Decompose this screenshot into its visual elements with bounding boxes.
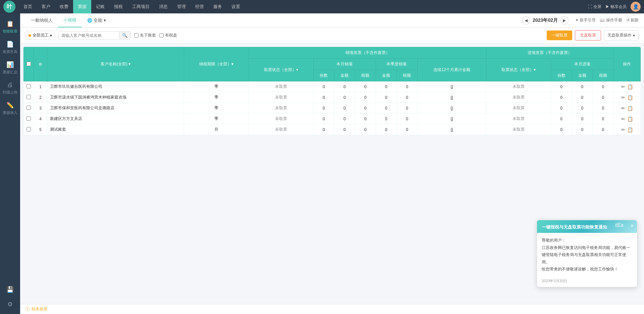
tab-all[interactable]: 🌐 全能 ▾ <box>82 13 111 27</box>
row-checkbox[interactable] <box>26 95 31 99</box>
notification-close-btn[interactable]: × <box>631 223 634 229</box>
sidebar-item-smart-invoice[interactable]: 📋 智能取票 <box>0 17 20 37</box>
nav-invoice[interactable]: 票据 <box>73 0 91 13</box>
nav-operation[interactable]: 经营 <box>191 0 209 13</box>
row-sales-cumulative-cell[interactable]: 0 <box>418 92 486 103</box>
notif-line3: 给您带来的不便敬请谅解，祝您工作愉快！ <box>542 266 632 273</box>
row-checkbox[interactable] <box>26 116 31 121</box>
filter-dot <box>29 34 31 37</box>
row-sales-month-amount-cell: 0 <box>334 81 355 92</box>
row-checkbox[interactable] <box>26 106 31 110</box>
sidebar-item-label: 智能取票 <box>3 29 17 34</box>
row-period-cell: 季 <box>184 81 249 92</box>
invoice-entry-icon: ✏️ <box>6 102 14 109</box>
row-sales-season-amount-cell: 0 <box>376 114 396 124</box>
sidebar-download-btn[interactable]: 💾 <box>6 283 14 296</box>
row-no-cell: 5 <box>34 124 47 135</box>
nav-right: ⛶ 全屏 ▶ 畅享会员 👤 <box>588 2 641 12</box>
smart-invoice-icon: 📋 <box>6 20 14 27</box>
fullscreen-btn[interactable]: ⛶ 全屏 <box>588 4 601 10</box>
app-logo: 叶 <box>3 1 15 13</box>
row-purchase-month-amount-cell: 0 <box>572 81 593 92</box>
sidebar-item-invoice-entry[interactable]: ✏️ 票据录入 <box>0 98 20 119</box>
next-month-btn[interactable]: ▶ <box>560 16 569 24</box>
employee-filter-label: 全部员工 <box>33 33 49 38</box>
notification-deco: tEa <box>615 222 624 228</box>
row-sales-season-tax-cell: 0 <box>396 124 417 135</box>
no-disk-btn[interactable]: 无盘取票 <box>575 30 601 41</box>
employee-filter[interactable]: 全部员工 ▾ <box>25 31 55 40</box>
nav-business[interactable]: 工商项目 <box>127 0 154 13</box>
sidebar-bottom: 💾 ⚙ <box>6 283 14 314</box>
row-sales-cumulative-cell[interactable]: 0 <box>418 124 486 135</box>
vip-btn[interactable]: ▶ 畅享会员 <box>605 4 627 10</box>
my-accounts-label: 名下账套 <box>140 33 156 38</box>
row-checkbox-cell[interactable] <box>24 81 34 92</box>
sidebar-item-label: 发票开具 <box>3 49 17 54</box>
row-checkbox-cell[interactable] <box>24 92 34 103</box>
row-sales-cumulative-cell[interactable]: 0 <box>418 81 486 92</box>
select-all-checkbox[interactable] <box>26 62 31 66</box>
detail-icon[interactable]: 📋 <box>627 95 633 100</box>
tax-disk-checkbox[interactable] <box>159 33 164 38</box>
row-purchase-month-tax-cell: 0 <box>593 103 613 114</box>
col-operation-header: 操作 <box>613 47 641 81</box>
prev-month-btn[interactable]: ◀ <box>522 16 530 24</box>
nav-message[interactable]: 消息 <box>154 0 172 13</box>
my-accounts-checkbox[interactable] <box>134 33 139 38</box>
row-purchase-month-amount-cell: 0 <box>572 103 593 114</box>
row-purchase-status-cell: 未取票 <box>486 81 551 92</box>
nav-billing[interactable]: 收费 <box>55 0 73 13</box>
row-checkbox[interactable] <box>26 84 31 88</box>
date-navigation: ◀ 2023年02月 ▶ <box>522 16 569 24</box>
detail-icon[interactable]: 📋 <box>627 116 633 122</box>
row-checkbox-cell[interactable] <box>24 124 34 135</box>
nav-management[interactable]: 管理 <box>172 0 191 13</box>
tab-all-label: 全能 <box>94 17 102 23</box>
tax-policy-link[interactable]: 税务政策 <box>32 306 48 312</box>
sidebar-item-invoice-summary[interactable]: 📊 票据汇总 <box>0 58 20 78</box>
row-sales-month-tax-cell: 0 <box>355 92 376 103</box>
row-sales-cumulative-cell[interactable]: 0 <box>418 114 486 124</box>
tax-disk-filter[interactable]: 有税盘 <box>159 33 177 38</box>
guide-btn[interactable]: ✦ 新手引导 <box>575 17 596 23</box>
detail-icon[interactable]: 📋 <box>627 127 633 132</box>
nav-bookkeeping[interactable]: 记账 <box>91 0 109 13</box>
nav-service[interactable]: 服务 <box>209 0 227 13</box>
status-icon: ⓘ <box>25 306 30 312</box>
row-checkbox[interactable] <box>26 127 31 131</box>
edit-icon[interactable]: ✏ <box>621 106 625 111</box>
avatar[interactable]: 👤 <box>631 2 641 12</box>
refresh-btn[interactable]: ↺ 刷新 <box>626 17 639 23</box>
row-customer-cell: 测试账套 <box>47 124 184 135</box>
detail-icon[interactable]: 📋 <box>627 84 633 89</box>
edit-icon[interactable]: ✏ <box>621 84 625 89</box>
tab-small-scale[interactable]: 小规模 <box>58 13 82 27</box>
edit-icon[interactable]: ✏ <box>621 95 625 100</box>
sidebar-item-invoice-issue[interactable]: 📄 发票开具 <box>0 37 20 58</box>
nav-home[interactable]: 首页 <box>19 0 37 13</box>
row-checkbox-cell[interactable] <box>24 114 34 124</box>
row-checkbox-cell[interactable] <box>24 103 34 114</box>
tab-general-taxpayer[interactable]: 一般纳税人 <box>25 13 58 27</box>
edit-icon[interactable]: ✏ <box>621 116 625 122</box>
nav-settings[interactable]: 设置 <box>227 0 245 13</box>
row-sales-month-count-cell: 0 <box>313 114 334 124</box>
detail-icon[interactable]: 📋 <box>627 106 633 111</box>
edit-icon[interactable]: ✏ <box>621 127 625 132</box>
one-click-btn[interactable]: 一键取票 <box>547 30 572 40</box>
sidebar-item-scan-upload[interactable]: 🖨 扫描上传 <box>0 78 20 98</box>
nav-customer[interactable]: 客户 <box>37 0 55 13</box>
settings-col-icon[interactable]: ⚙ <box>39 62 42 67</box>
row-customer-cell: 卫辉市保和堂医药有限公司圭塘路店 <box>47 103 184 114</box>
col-purchase-month-tax: 税额 <box>593 70 613 81</box>
manual-btn[interactable]: 📖 操作手册 <box>600 17 622 23</box>
search-input[interactable] <box>59 32 119 39</box>
sidebar-settings-btn[interactable]: ⚙ <box>6 298 14 311</box>
row-sales-cumulative-cell[interactable]: 0 <box>418 103 486 114</box>
search-button[interactable]: 🔍 <box>119 32 130 39</box>
nav-tax[interactable]: 报税 <box>109 0 127 13</box>
col-sales-month-tax: 税额 <box>355 70 376 81</box>
my-accounts-filter[interactable]: 名下账套 <box>134 33 156 38</box>
no-disk-ops-btn[interactable]: 无盘取票操作 ▾ <box>604 30 639 41</box>
